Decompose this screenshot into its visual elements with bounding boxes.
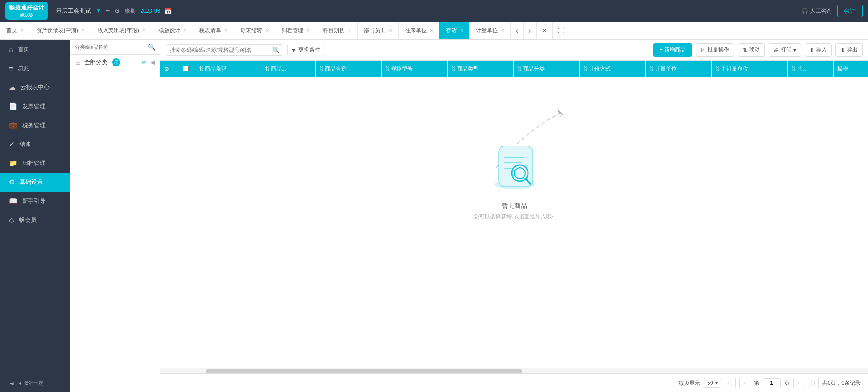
col-code[interactable]: ⇅ 商品... <box>261 61 315 77</box>
tab-archive-mgr[interactable]: 归档管理 × <box>275 22 316 39</box>
empty-subtitle: 您可以选择新增,或者直接导入哦~ <box>474 213 554 221</box>
invoice-icon: 📄 <box>9 102 18 110</box>
tab-next-button[interactable]: › <box>524 22 536 39</box>
tab-period-end[interactable]: 期末结转 × <box>234 22 275 39</box>
prev-page-button[interactable]: ‹ <box>739 378 750 388</box>
tab-close-dept-emp[interactable]: × <box>389 28 392 33</box>
horizontal-scrollbar[interactable] <box>160 368 868 373</box>
tab-inventory[interactable]: 存货 × <box>439 22 470 39</box>
tab-expand-button[interactable]: ⛶ <box>552 22 569 39</box>
col-barcode[interactable]: ⇅ 商品条码 <box>195 61 261 77</box>
sidebar-item-invoice[interactable]: 📄 发票管理 <box>0 97 70 116</box>
print-button[interactable]: 🖨 打印 ▾ <box>769 43 801 57</box>
tab-income[interactable]: 收入支出表(年报) × <box>91 22 152 39</box>
calendar-icon[interactable]: 📅 <box>165 8 172 14</box>
sidebar-item-archive[interactable]: 📁 归档管理 <box>0 154 70 173</box>
filter-button[interactable]: ▼ 更多条件 <box>287 44 324 56</box>
tab-close-unit[interactable]: × <box>501 28 504 33</box>
tab-close-home[interactable]: × <box>21 28 24 33</box>
ledger-icon: ≡ <box>9 65 13 72</box>
empty-state: 暂无商品 您可以选择新增,或者直接导入哦~ <box>160 77 868 239</box>
add-tab-icon[interactable]: + <box>106 7 110 15</box>
tax-icon: 💼 <box>9 121 18 129</box>
tab-unit[interactable]: 计量单位 × <box>470 22 511 39</box>
tab-template[interactable]: 模版设计 × <box>152 22 193 39</box>
page-number-input[interactable] <box>763 378 781 387</box>
tab-close-period-end[interactable]: × <box>266 28 269 33</box>
category-search-icon[interactable]: 🔍 <box>148 43 156 51</box>
tab-close-tax[interactable]: × <box>225 28 227 33</box>
tab-dept-emp[interactable]: 部门员工 × <box>358 22 399 39</box>
page-size-select[interactable]: 50 ▾ <box>704 378 721 388</box>
batch-button[interactable]: ☑ 批量操作 <box>696 43 734 57</box>
col-settings[interactable]: ⚙ <box>160 61 179 77</box>
tab-close-partner[interactable]: × <box>430 28 433 33</box>
select-all-checkbox[interactable] <box>183 66 189 71</box>
top-bar: 畅捷通好会计 旗舰版 基层工会测试 ▼ + ⚙ 账期 2023-03 📅 🎧 人… <box>0 0 868 22</box>
tab-home[interactable]: 首页 × <box>0 22 30 39</box>
basic-settings-icon: ⚙ <box>9 178 15 186</box>
col-type[interactable]: ⇅ 商品类型 <box>447 61 513 77</box>
col-main3[interactable]: ⇅ 主… <box>788 61 833 77</box>
sidebar-item-close[interactable]: ✓ 结账 <box>0 135 70 154</box>
tab-close-inventory[interactable]: × <box>460 28 463 33</box>
help-button[interactable]: 🎧 人工咨询 <box>802 7 832 15</box>
logo[interactable]: 畅捷通好会计 旗舰版 <box>5 2 48 20</box>
settings-icon[interactable]: ⚙ <box>114 7 120 14</box>
col-checkbox[interactable] <box>179 61 195 77</box>
sidebar-item-reports[interactable]: ☁ 云报表中心 <box>0 78 70 97</box>
tab-close-archive-mgr[interactable]: × <box>307 28 310 33</box>
col-name[interactable]: ⇅ 商品名称 <box>315 61 381 77</box>
company-dropdown-icon[interactable]: ▼ <box>96 8 101 14</box>
cancel-pin-button[interactable]: ◄ ◄ 取消固定 <box>0 374 70 392</box>
col-spec[interactable]: ⇅ 规格型号 <box>381 61 447 77</box>
tab-balance[interactable]: 资产负债表(中期) × <box>30 22 91 39</box>
first-page-button[interactable]: ⟨⟨ <box>725 378 736 388</box>
left-panel: 🔍 ⊞ 全部分类 ⓘ ✏ ◀ <box>70 40 160 392</box>
import-button[interactable]: ⬆ 导入 <box>805 43 832 57</box>
tab-close-template[interactable]: × <box>184 28 187 33</box>
main-search-icon[interactable]: 🔍 <box>272 47 279 53</box>
tab-close-subject-init[interactable]: × <box>348 28 351 33</box>
page-suffix: 页 <box>784 379 790 387</box>
col-main-unit[interactable]: ⇅ 主计量单位 <box>711 61 787 77</box>
member-icon: ◇ <box>9 216 14 224</box>
tab-tax[interactable]: 税表清单 × <box>193 22 234 39</box>
col-unit[interactable]: ⇅ 计量单位 <box>645 61 711 77</box>
export-button[interactable]: ⬇ 导出 <box>835 43 863 57</box>
category-edit-icon[interactable]: ✏ <box>142 59 147 66</box>
tab-subject-init[interactable]: 科目期初 × <box>316 22 358 39</box>
tab-close-balance[interactable]: × <box>82 28 85 33</box>
logo-main: 畅捷通好会计 <box>9 4 44 12</box>
table-container: ⚙ ⇅ 商品条码 ⇅ 商品... <box>160 61 868 368</box>
tab-prev-button[interactable]: ‹ <box>511 22 524 39</box>
add-product-button[interactable]: + 新增商品 <box>653 43 692 57</box>
col-category[interactable]: ⇅ 商品分类 <box>513 61 579 77</box>
category-collapse-icon[interactable]: ◀ <box>151 59 155 66</box>
next-page-button[interactable]: › <box>793 378 804 388</box>
account-button[interactable]: 会计 <box>837 5 863 17</box>
all-category-item[interactable]: ⊞ 全部分类 ⓘ ✏ ◀ <box>70 55 160 70</box>
main-search-bar: 🔍 <box>166 44 283 56</box>
main-search-input[interactable] <box>170 47 269 53</box>
last-page-button[interactable]: ⟩⟩ <box>808 378 819 388</box>
sidebar-item-tax[interactable]: 💼 税务管理 <box>0 116 70 135</box>
sidebar-item-basic[interactable]: ⚙ 基础设置 <box>0 173 70 192</box>
tab-close-income[interactable]: × <box>143 28 146 33</box>
close-period-icon: ✓ <box>9 140 15 148</box>
col-price-method[interactable]: ⇅ 计价方式 <box>579 61 645 77</box>
move-button[interactable]: ⇅ 移动 <box>738 43 765 57</box>
tab-bar: 首页 × 资产负债表(中期) × 收入支出表(年报) × 模版设计 × 税表清单… <box>0 22 868 40</box>
tab-partner[interactable]: 往来单位 × <box>399 22 440 39</box>
period-value[interactable]: 2023-03 <box>140 8 160 14</box>
sidebar-item-home[interactable]: ⌂ 首页 <box>0 40 70 59</box>
scrollbar-thumb[interactable] <box>206 369 522 373</box>
company-name: 基层工会测试 <box>56 7 91 15</box>
sidebar-item-ledger[interactable]: ≡ 总账 <box>0 59 70 78</box>
sidebar-item-member[interactable]: ◇ 畅会员 <box>0 211 70 230</box>
page-label: 第 <box>754 379 759 387</box>
category-search-input[interactable] <box>75 44 145 50</box>
sidebar-item-guide[interactable]: 📖 新手引导 <box>0 192 70 211</box>
print-icon: 🖨 <box>774 47 779 53</box>
tab-close-all-button[interactable]: × <box>536 22 552 39</box>
